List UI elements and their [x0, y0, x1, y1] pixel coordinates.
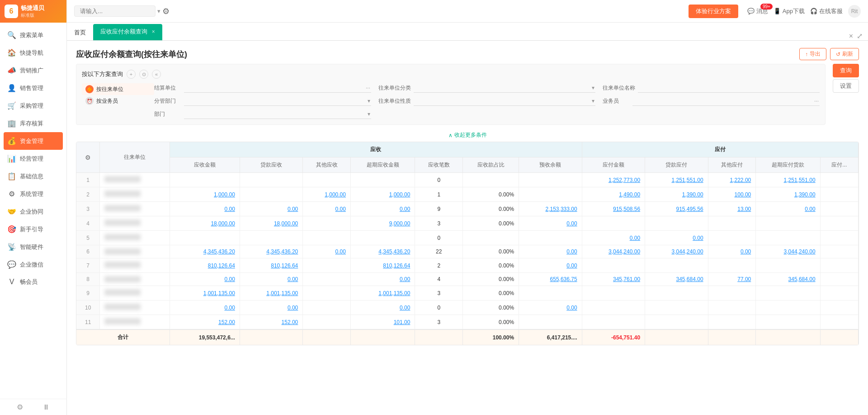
loan-receivable-10[interactable]: 152.00 — [240, 315, 302, 330]
payable-amount-0[interactable]: 1,252,773.00 — [582, 173, 645, 187]
loan-payable-2[interactable]: 915,495.56 — [645, 202, 708, 216]
loan-payable-1[interactable]: 1,390.00 — [645, 187, 708, 202]
filter-collapse-icon[interactable]: « — [152, 70, 161, 79]
advance-balance-5[interactable]: 0.00 — [519, 245, 582, 258]
payable-amount-5[interactable]: 3,044,240.00 — [582, 245, 645, 258]
sidebar-item-wechat[interactable]: 💬企业微信 — [0, 256, 66, 273]
partner-nature-input[interactable] — [415, 98, 590, 104]
loan-receivable-7[interactable]: 0.00 — [240, 273, 302, 286]
overdue-receivable-5[interactable]: 4,345,436.20 — [350, 245, 415, 258]
salesperson-input[interactable] — [633, 98, 812, 104]
other-payable-5[interactable]: 0.00 — [708, 245, 756, 258]
loan-payable-0[interactable]: 1,251,551.00 — [645, 173, 708, 187]
receivable-amount-3[interactable]: 18,000.00 — [170, 216, 240, 231]
advance-balance-6[interactable]: 0.00 — [519, 258, 582, 273]
dept-manager-input[interactable] — [185, 98, 366, 104]
loan-receivable-8[interactable]: 1,001,135.00 — [240, 286, 302, 301]
settlement-unit-input[interactable] — [185, 85, 364, 91]
other-payable-1[interactable]: 100.00 — [708, 187, 756, 202]
overdue-receivable-3[interactable]: 9,000.00 — [350, 216, 415, 231]
other-receivable-2[interactable]: 0.00 — [303, 202, 351, 216]
receivable-amount-1[interactable]: 1,000.00 — [170, 187, 240, 202]
payable-amount-7[interactable]: 345,761.00 — [582, 273, 645, 286]
sidebar-item-operations[interactable]: 📊经营管理 — [0, 150, 66, 167]
sidebar-item-system[interactable]: ⚙系统管理 — [0, 185, 66, 203]
sidebar-item-sales[interactable]: 👤销售管理 — [0, 79, 66, 97]
partner-category-input[interactable] — [415, 85, 590, 91]
receivable-amount-10[interactable]: 152.00 — [170, 315, 240, 330]
loan-payable-4[interactable]: 0.00 — [645, 231, 708, 245]
user-avatar[interactable]: Rit — [848, 5, 861, 18]
window-expand-icon[interactable]: ⤢ — [857, 32, 863, 40]
other-payable-2[interactable]: 13.00 — [708, 202, 756, 216]
overdue-receivable-8[interactable]: 1,001,135.00 — [350, 286, 415, 301]
partner-category-chevron[interactable]: ▾ — [592, 85, 594, 91]
sidebar-item-member[interactable]: V畅会员 — [0, 273, 66, 291]
advance-balance-2[interactable]: 2,153,333.00 — [519, 202, 582, 216]
overdue-receivable-1[interactable]: 1,000.00 — [350, 187, 415, 202]
filter-settings-btn[interactable]: 设置 — [833, 79, 859, 93]
dept-field-chevron[interactable]: ▾ — [368, 111, 370, 117]
online-support[interactable]: 🎧 在线客服 — [810, 7, 843, 15]
receivable-amount-2[interactable]: 0.00 — [170, 202, 240, 216]
other-payable-7[interactable]: 77.00 — [708, 273, 756, 286]
payable-amount-1[interactable]: 1,490.00 — [582, 187, 645, 202]
overdue-receivable-2[interactable]: 0.00 — [350, 202, 415, 216]
other-receivable-5[interactable]: 0.00 — [303, 245, 351, 258]
advance-balance-7[interactable]: 655,636.75 — [519, 273, 582, 286]
export-btn[interactable]: ↑ 导出 — [799, 48, 826, 60]
receivable-amount-7[interactable]: 0.00 — [170, 273, 240, 286]
overdue-receivable-10[interactable]: 101.00 — [350, 315, 415, 330]
sidebar-item-quick-nav[interactable]: 🏠快捷导航 — [0, 44, 66, 62]
receivable-amount-8[interactable]: 1,001,135.00 — [170, 286, 240, 301]
settings-icon[interactable]: ⚙ — [17, 403, 23, 411]
receivable-amount-9[interactable]: 0.00 — [170, 301, 240, 315]
settings-gear-icon[interactable]: ⚙ — [162, 6, 170, 16]
department-input[interactable] — [185, 111, 366, 117]
tab-receivable-query[interactable]: 应收应付余额查询 × — [93, 24, 162, 40]
sidebar-item-basic-info[interactable]: 📋基础信息 — [0, 167, 66, 185]
sidebar-item-guide[interactable]: 🎯新手引导 — [0, 220, 66, 238]
filter-option-partner[interactable]: 🔶 按往来单位 — [82, 83, 154, 95]
partner-name-input[interactable] — [639, 85, 819, 91]
overdue-payable-1[interactable]: 1,390.00 — [756, 187, 820, 202]
overdue-payable-5[interactable]: 3,044,240.00 — [756, 245, 820, 258]
sidebar-item-inventory[interactable]: 🏢库存核算 — [0, 114, 66, 132]
overdue-payable-0[interactable]: 1,251,551.00 — [756, 173, 820, 187]
other-payable-0[interactable]: 1,222.00 — [708, 173, 756, 187]
settlement-unit-dots[interactable]: ··· — [366, 85, 370, 91]
loan-payable-7[interactable]: 345,684.00 — [645, 273, 708, 286]
receivable-amount-5[interactable]: 4,345,436.20 — [170, 245, 240, 258]
overdue-payable-2[interactable]: 0.00 — [756, 202, 820, 216]
app-download[interactable]: 📱 App下载 — [774, 7, 805, 15]
loan-receivable-2[interactable]: 0.00 — [240, 202, 302, 216]
refresh-btn[interactable]: ↺ 刷新 — [830, 48, 859, 60]
window-close-icon[interactable]: × — [849, 32, 853, 40]
loan-payable-5[interactable]: 3,044,240.00 — [645, 245, 708, 258]
sidebar-item-purchase[interactable]: 🛒采购管理 — [0, 97, 66, 114]
collapse-icon[interactable]: ⏸ — [42, 403, 50, 411]
sidebar-item-enterprise[interactable]: 🤝企业协同 — [0, 203, 66, 220]
advance-balance-9[interactable]: 0.00 — [519, 301, 582, 315]
nature-chevron[interactable]: ▾ — [592, 98, 594, 104]
payable-amount-2[interactable]: 915,508.56 — [582, 202, 645, 216]
tab-close-icon[interactable]: × — [152, 29, 155, 35]
loan-receivable-3[interactable]: 18,000.00 — [240, 216, 302, 231]
overdue-payable-7[interactable]: 345,684.00 — [756, 273, 820, 286]
search-input[interactable] — [74, 5, 156, 17]
loan-receivable-9[interactable]: 0.00 — [240, 301, 302, 315]
sidebar-item-marketing[interactable]: 📣营销推广 — [0, 62, 66, 79]
loan-receivable-6[interactable]: 810,126.64 — [240, 258, 302, 273]
other-receivable-1[interactable]: 1,000.00 — [303, 187, 351, 202]
overdue-receivable-6[interactable]: 810,126.64 — [350, 258, 415, 273]
advance-balance-3[interactable]: 0.00 — [519, 216, 582, 231]
salesperson-dots[interactable]: ··· — [814, 98, 819, 104]
filter-option-salesperson[interactable]: ⏰ 按业务员 — [82, 95, 154, 107]
sidebar-item-finance[interactable]: 💰资金管理 — [4, 132, 63, 150]
dept-chevron[interactable]: ▾ — [368, 98, 370, 104]
query-btn[interactable]: 查询 — [833, 64, 859, 77]
overdue-receivable-7[interactable]: 0.00 — [350, 273, 415, 286]
filter-settings-icon[interactable]: ⊙ — [139, 70, 148, 79]
overdue-receivable-9[interactable]: 0.00 — [350, 301, 415, 315]
loan-receivable-5[interactable]: 4,345,436.20 — [240, 245, 302, 258]
